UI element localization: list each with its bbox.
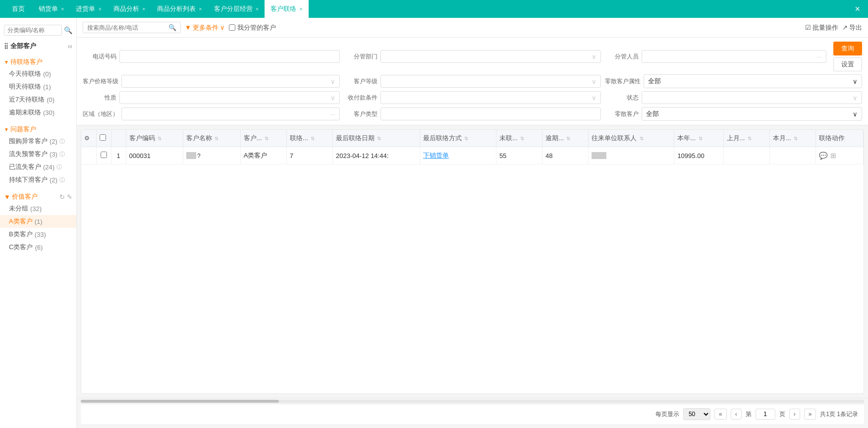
prev-page-button[interactable]: ‹ [731, 409, 742, 420]
sidebar-item-declining[interactable]: 持续下滑客户 (2) ⓘ [0, 173, 76, 186]
td-actions: 💬 ⊞ [815, 147, 863, 164]
retail-customer-chevron-icon: ∨ [853, 110, 858, 118]
batch-op-button[interactable]: ☑ 批量操作 [805, 23, 838, 32]
chat-action-icon[interactable]: 💬 [819, 152, 827, 160]
per-page-select[interactable]: 50 100 200 [683, 408, 710, 420]
value-customers-group-title[interactable]: ▼ 价值客户 ↻ ✎ [0, 190, 76, 202]
sidebar-item-churned[interactable]: 已流失客户 (24) ⓘ [0, 160, 76, 173]
retail-attr-select[interactable]: 全部 ∨ [644, 74, 862, 88]
sidebar-item-7days-pending[interactable]: 近7天待联络 (0) [0, 93, 76, 106]
first-page-button[interactable]: « [714, 409, 727, 420]
nav-tab-home[interactable]: 首页 [4, 0, 33, 18]
th-last-contact-date[interactable]: 最后联络日期 ⇅ [333, 130, 420, 147]
close-purchase-tab[interactable]: × [98, 6, 101, 12]
payment-select[interactable]: ∨ [380, 91, 601, 104]
next-page-button[interactable]: › [789, 409, 800, 420]
sidebar-item-churn-warning[interactable]: 流失预警客户 (3) ⓘ [0, 148, 76, 160]
sidebar-item-today-pending[interactable]: 今天待联络 (0) [0, 67, 76, 80]
nav-tab-sales[interactable]: 销货单 × [33, 0, 70, 18]
sidebar-search-input[interactable] [4, 25, 62, 36]
th-this-month[interactable]: 本月... ⇅ [769, 130, 815, 147]
sidebar-search-icon: 🔍 [64, 26, 72, 34]
last-page-button[interactable]: » [804, 409, 816, 420]
nav-tab-product-analysis-list[interactable]: 商品分析列表 × [151, 0, 208, 18]
main-layout: 🔍 ⣿ 全部客户 ‹‹ ▼ 待联络客户 今天待联络 (0) 明天待联络 (1) [0, 18, 868, 428]
close-customer-segment-tab[interactable]: × [256, 6, 259, 12]
sidebar-item-a-class[interactable]: A类客户 (1) [0, 215, 76, 228]
horizontal-scrollbar[interactable] [77, 398, 868, 404]
sidebar-item-overdue-contact[interactable]: 逾期未联络 (30) [0, 106, 76, 119]
pending-contact-group-title[interactable]: ▼ 待联络客户 [0, 55, 76, 67]
export-button[interactable]: ↗ 导出 [842, 23, 862, 32]
row-actions: 💬 ⊞ [819, 152, 860, 160]
phone-input[interactable] [119, 50, 340, 63]
close-product-analysis-list-tab[interactable]: × [199, 6, 202, 12]
close-product-analysis-tab[interactable]: × [142, 6, 145, 12]
nav-tab-purchase[interactable]: 进货单 × [70, 0, 107, 18]
nav-tab-customer-contact[interactable]: 客户联络 × [265, 0, 308, 18]
filter-dept: 分管部门 ∨ [344, 42, 601, 71]
th-no-contact[interactable]: 未联... ⇅ [496, 130, 542, 147]
my-customers-checkbox[interactable]: 我分管的客户 [229, 23, 276, 32]
select-all-checkbox[interactable] [100, 134, 106, 141]
more-conditions-button[interactable]: ▼ 更多条件 ∨ [185, 23, 225, 32]
sidebar-search-area: 🔍 [0, 22, 76, 39]
sidebar-collapse-button[interactable]: ‹‹ [68, 42, 72, 50]
main-search-input[interactable] [87, 24, 166, 31]
th-overdue[interactable]: 逾期... ⇅ [542, 130, 589, 147]
manager-select[interactable]: ··· [642, 50, 826, 63]
nature-select[interactable]: ∨ [119, 91, 340, 104]
dept-select[interactable]: ∨ [380, 50, 601, 63]
close-all-tabs-button[interactable]: × [851, 4, 864, 14]
refresh-icon[interactable]: ↻ [59, 193, 65, 201]
qr-action-icon[interactable]: ⊞ [830, 152, 836, 160]
retail-customer-select[interactable]: 全部 ∨ [642, 107, 862, 121]
edit-icon[interactable]: ✎ [67, 193, 72, 201]
chevron-down-icon: ∨ [220, 24, 225, 31]
close-customer-contact-tab[interactable]: × [299, 6, 302, 12]
price-grade-select[interactable]: ∨ [121, 75, 340, 88]
last-method-link[interactable]: 下销货单 [423, 152, 449, 159]
region-select[interactable]: ··· [121, 107, 340, 120]
sort-last-date-icon: ⇅ [377, 136, 381, 141]
th-customer-code[interactable]: 客户编码 ⇅ [126, 130, 183, 147]
th-this-year[interactable]: 本年... ⇅ [674, 130, 723, 147]
scroll-thumb[interactable] [81, 400, 279, 403]
nav-tab-customer-segment[interactable]: 客户分层经营 × [208, 0, 265, 18]
th-customer-type[interactable]: 客户... ⇅ [240, 130, 286, 147]
nav-tab-product-analysis[interactable]: 商品分析 × [108, 0, 151, 18]
top-navigation: 首页 销货单 × 进货单 × 商品分析 × 商品分析列表 × 客户分层经营 × … [0, 0, 868, 18]
th-customer-name[interactable]: 客户名称 ⇅ [183, 130, 241, 147]
td-last-method: 下销货单 [420, 147, 496, 164]
name-mask: ■ [186, 152, 196, 159]
arrow-icon: ▼ [4, 59, 9, 65]
td-code: 000031 [126, 147, 183, 164]
th-contact-num[interactable]: 联络... ⇅ [286, 130, 332, 147]
th-last-contact-method[interactable]: 最后联络方式 ⇅ [420, 130, 496, 147]
value-customers-group: ▼ 价值客户 ↻ ✎ 未分组 (32) A类客户 (1) B类客户 (33) C… [0, 188, 76, 256]
problem-customers-group: ▼ 问题客户 囤购异常客户 (2) ⓘ 流失预警客户 (3) ⓘ 已流失客户 (… [0, 121, 76, 188]
sidebar-item-b-class[interactable]: B类客户 (33) [0, 228, 76, 241]
problem-customers-group-title[interactable]: ▼ 问题客户 [0, 123, 76, 135]
page-number-input[interactable] [756, 409, 775, 420]
customer-type-input[interactable] [380, 107, 601, 120]
sidebar-item-c-class[interactable]: C类客户 (6) [0, 241, 76, 254]
close-sales-tab[interactable]: × [61, 6, 64, 12]
sidebar-item-ungrouped[interactable]: 未分组 (32) [0, 202, 76, 215]
sidebar-item-tomorrow-pending[interactable]: 明天待联络 (1) [0, 80, 76, 93]
query-button[interactable]: 查询 [833, 42, 862, 55]
setting-button[interactable]: 设置 [833, 57, 862, 71]
page-label: 第 [746, 410, 752, 419]
row-checkbox[interactable] [101, 152, 107, 158]
table-row: 1 000031 ■? A类客户 7 [81, 147, 864, 164]
customer-grade-select[interactable]: ∨ [380, 75, 601, 88]
th-settings[interactable]: ⚙ [81, 130, 96, 147]
sidebar-item-hoarding-abnormal[interactable]: 囤购异常客户 (2) ⓘ [0, 135, 76, 148]
my-customers-check[interactable] [229, 24, 235, 31]
dept-chevron-icon: ∨ [592, 53, 597, 60]
sidebar-all-customers-header[interactable]: ⣿ 全部客户 ‹‹ [0, 39, 76, 54]
th-prev-unit-contact[interactable]: 往来单位联系人 ⇅ [589, 130, 674, 147]
sidebar: 🔍 ⣿ 全部客户 ‹‹ ▼ 待联络客户 今天待联络 (0) 明天待联络 (1) [0, 18, 77, 428]
th-last-month[interactable]: 上月... ⇅ [723, 130, 769, 147]
status-select[interactable]: ∨ [642, 91, 862, 104]
